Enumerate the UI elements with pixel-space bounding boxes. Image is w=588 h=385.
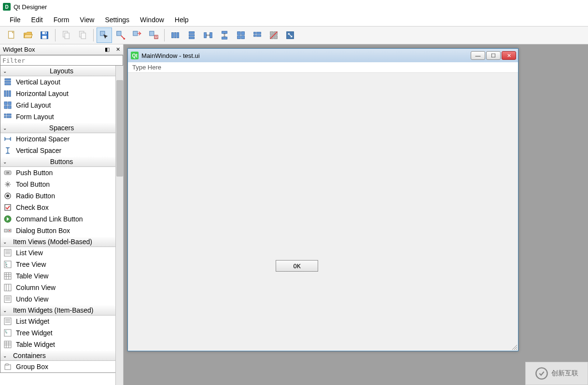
widget-item-icon [3, 101, 12, 110]
ok-push-button[interactable]: OK [276, 260, 318, 272]
widget-item[interactable]: Check Box [0, 202, 123, 213]
widget-box-header: Widget Box ◧ ✕ [0, 44, 123, 55]
svg-rect-18 [172, 33, 174, 38]
layout-v-icon [186, 30, 197, 41]
chevron-down-icon: ⌄ [0, 353, 9, 358]
svg-rect-56 [4, 116, 6, 118]
chevron-down-icon: ⌄ [0, 125, 9, 131]
adjust-size-icon [285, 30, 295, 41]
menu-form[interactable]: Form [49, 14, 74, 25]
widget-item[interactable]: List Widget [0, 316, 123, 327]
paste-button[interactable] [75, 28, 90, 43]
widget-category-label: Spacers [9, 124, 123, 132]
buddies-icon [132, 30, 142, 41]
widget-box-scrollbar[interactable] [115, 66, 123, 385]
menu-window[interactable]: Window [135, 14, 169, 25]
new-file-button[interactable] [4, 28, 19, 43]
scrollbar-thumb[interactable] [116, 80, 123, 177]
menubar-type-here[interactable]: Type Here [128, 62, 166, 72]
svg-rect-27 [222, 31, 227, 34]
layout-h-splitter-button[interactable] [200, 28, 216, 43]
svg-rect-5 [45, 32, 46, 34]
widget-category[interactable]: ⌄Spacers [0, 123, 123, 133]
widget-item-icon [3, 248, 12, 257]
edit-buddies-button[interactable] [129, 28, 145, 43]
svg-rect-31 [241, 32, 244, 35]
menu-file[interactable]: File [5, 14, 26, 25]
layout-form-icon [252, 30, 263, 41]
widget-item[interactable]: Form Layout [0, 111, 123, 123]
widget-category[interactable]: ⌄Containers [0, 350, 123, 361]
layout-v-splitter-button[interactable] [217, 28, 232, 43]
widget-item-icon: OK [3, 168, 12, 177]
widget-category[interactable]: ⌄Item Widgets (Item-Based) [0, 305, 123, 316]
app-title-bar: D Qt Designer [0, 0, 588, 14]
widget-item[interactable]: List View [0, 247, 123, 259]
widget-item[interactable]: Horizontal Layout [0, 88, 123, 99]
svg-rect-33 [241, 36, 244, 39]
widget-category[interactable]: ⌄Buttons [0, 156, 123, 167]
widget-item[interactable]: Group Box [0, 361, 123, 372]
save-button[interactable] [37, 28, 52, 43]
edit-tab-order-button[interactable]: 12 [146, 28, 161, 43]
widget-box-close-button[interactable]: ✕ [112, 44, 123, 55]
resize-grip-icon[interactable] [511, 344, 517, 350]
widget-item-label: List Widget [16, 317, 49, 325]
widget-item[interactable]: Tool Button [0, 179, 123, 190]
layout-vertical-button[interactable] [184, 28, 199, 43]
widget-item[interactable]: Grid Layout [0, 99, 123, 111]
layout-horizontal-button[interactable] [168, 28, 183, 43]
widget-item[interactable]: Vertical Layout [0, 76, 123, 88]
widget-item-label: Grid Layout [16, 101, 51, 109]
design-window-body[interactable]: OK [128, 73, 518, 351]
widget-item[interactable]: Horizontal Spacer [0, 133, 123, 145]
splitter-h-icon [203, 30, 213, 41]
widget-item[interactable]: Column View [0, 282, 123, 293]
adjust-size-button[interactable] [282, 28, 298, 43]
design-window-titlebar[interactable]: Qt MainWindow - test.ui — ☐ ✕ [128, 49, 518, 62]
widget-item[interactable]: Tree Widget [0, 327, 123, 339]
widget-item-label: Table View [16, 272, 48, 280]
svg-rect-54 [4, 114, 6, 115]
widget-item-icon [3, 317, 12, 326]
svg-rect-32 [238, 36, 240, 39]
svg-rect-96 [4, 341, 11, 348]
menu-edit[interactable]: Edit [27, 14, 48, 25]
widget-box-float-button[interactable]: ◧ [102, 44, 112, 55]
svg-rect-55 [7, 114, 11, 115]
widget-item[interactable]: OKPush Button [0, 167, 123, 179]
qt-window-icon: Qt [131, 52, 139, 59]
window-maximize-button[interactable]: ☐ [486, 51, 501, 60]
widget-item[interactable]: Vertical Spacer [0, 145, 123, 156]
widget-item[interactable]: Table Widget [0, 339, 123, 350]
menu-view[interactable]: View [75, 14, 99, 25]
layout-form-button[interactable] [250, 28, 265, 43]
design-window[interactable]: Qt MainWindow - test.ui — ☐ ✕ Type Here … [127, 48, 518, 351]
widget-category[interactable]: ⌄Layouts [0, 66, 123, 76]
widget-box-list[interactable]: ⌄LayoutsVertical LayoutHorizontal Layout… [0, 66, 123, 373]
window-minimize-button[interactable]: — [471, 51, 485, 60]
widget-item[interactable]: Undo View [0, 293, 123, 305]
widget-box-panel: Widget Box ◧ ✕ ⌄LayoutsVertical LayoutHo… [0, 44, 124, 385]
window-close-button[interactable]: ✕ [502, 51, 516, 60]
layout-grid-button[interactable] [233, 28, 249, 43]
svg-rect-3 [42, 32, 46, 35]
widget-item[interactable]: Dialog Button Box [0, 225, 123, 236]
widget-box-filter-input[interactable] [0, 55, 123, 66]
widget-item[interactable]: Command Link Button [0, 213, 123, 225]
edit-signals-button[interactable] [113, 28, 128, 43]
menu-help[interactable]: Help [170, 14, 194, 25]
edit-widgets-button[interactable] [97, 28, 112, 43]
menu-settings[interactable]: Settings [100, 14, 134, 25]
svg-rect-102 [6, 364, 8, 365]
design-window-menubar[interactable]: Type Here [128, 62, 518, 73]
copy-button[interactable] [58, 28, 74, 43]
widget-item[interactable]: Table View [0, 270, 123, 282]
widget-category-label: Item Widgets (Item-Based) [9, 306, 123, 314]
widget-item[interactable]: Tree View [0, 259, 123, 270]
svg-rect-28 [222, 37, 227, 40]
open-file-button[interactable] [20, 28, 36, 43]
widget-category[interactable]: ⌄Item Views (Model-Based) [0, 236, 123, 247]
break-layout-button[interactable] [266, 28, 281, 43]
widget-item[interactable]: Radio Button [0, 190, 123, 202]
